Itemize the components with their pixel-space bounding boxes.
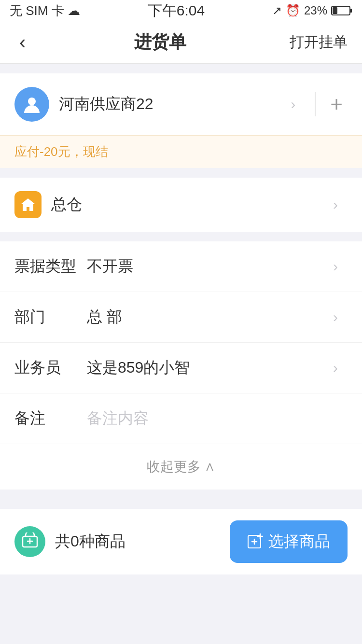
collapse-label: 收起更多 ∧ bbox=[147, 458, 216, 476]
remark-row[interactable]: 备注 备注内容 bbox=[0, 393, 362, 444]
department-row[interactable]: 部门 总 部 › bbox=[0, 292, 362, 342]
house-icon bbox=[20, 196, 36, 213]
svg-point-3 bbox=[28, 98, 36, 105]
page-title: 进货单 bbox=[134, 30, 186, 54]
invoice-type-chevron-icon: › bbox=[333, 258, 338, 275]
status-right: ↗ ⏰ 23% bbox=[272, 4, 352, 17]
nav-bar: ‹ 进货单 打开挂单 bbox=[0, 21, 362, 64]
remark-value: 备注内容 bbox=[87, 408, 348, 429]
status-left: 无 SIM 卡 ☁ bbox=[10, 2, 80, 19]
warehouse-row[interactable]: 总仓 › bbox=[0, 178, 362, 232]
warehouse-icon bbox=[14, 191, 42, 218]
notice-bar: 应付-20元，现结 bbox=[0, 135, 362, 168]
warehouse-section: 总仓 › bbox=[0, 178, 362, 232]
invoice-type-row[interactable]: 票据类型 不开票 › bbox=[0, 241, 362, 292]
supplier-avatar bbox=[14, 87, 49, 122]
notice-text: 应付-20元，现结 bbox=[14, 144, 108, 159]
select-product-button[interactable]: 选择商品 bbox=[230, 520, 348, 563]
product-icon bbox=[14, 526, 45, 557]
invoice-type-value: 不开票 bbox=[87, 256, 333, 277]
alarm-icon: ⏰ bbox=[286, 4, 300, 17]
salesperson-row[interactable]: 业务员 这是859的小智 › bbox=[0, 342, 362, 393]
department-chevron-icon: › bbox=[333, 309, 338, 325]
invoice-type-label: 票据类型 bbox=[14, 256, 82, 277]
department-label: 部门 bbox=[14, 307, 82, 328]
supplier-divider bbox=[315, 92, 316, 116]
chevron-right-icon: › bbox=[291, 96, 295, 112]
add-supplier-button[interactable]: + bbox=[325, 87, 348, 121]
salesperson-label: 业务员 bbox=[14, 357, 82, 378]
open-pending-button[interactable]: 打开挂单 bbox=[290, 32, 348, 52]
svg-rect-1 bbox=[350, 9, 352, 13]
bottom-area bbox=[0, 574, 362, 644]
gap-1 bbox=[0, 64, 362, 73]
status-bar: 无 SIM 卡 ☁ 下午6:04 ↗ ⏰ 23% bbox=[0, 0, 362, 21]
department-value: 总 部 bbox=[87, 307, 333, 328]
product-count-label: 共0种商品 bbox=[55, 531, 230, 552]
collapse-button[interactable]: 收起更多 ∧ bbox=[0, 444, 362, 490]
battery-icon bbox=[331, 5, 352, 16]
warehouse-chevron-icon: › bbox=[333, 196, 338, 213]
select-product-icon bbox=[247, 533, 264, 550]
person-icon bbox=[22, 95, 42, 114]
product-bar: 共0种商品 选择商品 bbox=[0, 509, 362, 574]
supplier-section: 河南供应商22 › + 应付-20元，现结 bbox=[0, 73, 362, 168]
supplier-row[interactable]: 河南供应商22 › + bbox=[0, 73, 362, 135]
back-button[interactable]: ‹ bbox=[14, 27, 30, 58]
location-icon: ↗ bbox=[272, 4, 282, 17]
battery-label: 23% bbox=[304, 4, 327, 17]
supplier-name: 河南供应商22 bbox=[59, 94, 291, 115]
gap-3 bbox=[0, 232, 362, 241]
form-section: 票据类型 不开票 › 部门 总 部 › 业务员 这是859的小智 › 备注 备注… bbox=[0, 241, 362, 490]
status-time: 下午6:04 bbox=[148, 1, 205, 21]
select-product-label: 选择商品 bbox=[268, 531, 330, 552]
warehouse-name: 总仓 bbox=[51, 194, 333, 215]
svg-rect-2 bbox=[333, 7, 337, 14]
gap-2 bbox=[0, 168, 362, 178]
salesperson-value: 这是859的小智 bbox=[87, 357, 333, 378]
cart-icon bbox=[21, 532, 39, 551]
remark-label: 备注 bbox=[14, 408, 82, 429]
sim-label: 无 SIM 卡 ☁ bbox=[10, 2, 80, 19]
gap-4 bbox=[0, 490, 362, 499]
salesperson-chevron-icon: › bbox=[333, 360, 338, 376]
